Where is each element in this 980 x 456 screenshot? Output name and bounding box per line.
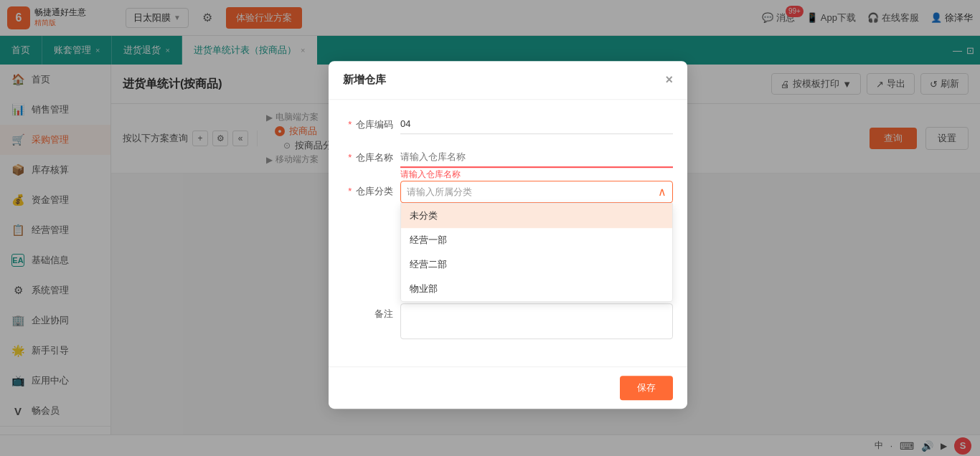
category-field-row: * 仓库分类 请输入所属分类 ∧ 未分类 经营一部 经营二部 物业部 — [343, 181, 673, 203]
name-field-wrapper: 请输入仓库名称 — [400, 147, 673, 168]
save-button[interactable]: 保存 — [620, 376, 673, 400]
name-error-message: 请输入仓库名称 — [400, 168, 461, 181]
name-label: * 仓库名称 — [343, 147, 400, 164]
category-label: * 仓库分类 — [343, 181, 400, 198]
note-field-row: 备注 — [343, 303, 673, 339]
option-dept2[interactable]: 经营二部 — [401, 252, 672, 277]
category-select-display[interactable]: 请输入所属分类 ∧ — [400, 181, 673, 203]
option-property[interactable]: 物业部 — [401, 277, 672, 301]
option-uncategorized[interactable]: 未分类 — [401, 204, 672, 228]
modal-body: * 仓库编码 * 仓库名称 请输入仓库名称 * 仓库分类 请输 — [329, 100, 687, 366]
modal-title: 新增仓库 — [343, 73, 386, 87]
modal-header: 新增仓库 × — [329, 61, 687, 100]
code-label: * 仓库编码 — [343, 114, 400, 131]
modal-close-button[interactable]: × — [665, 72, 673, 87]
modal-footer: 保存 — [329, 366, 687, 409]
note-label: 备注 — [343, 303, 400, 320]
category-placeholder: 请输入所属分类 — [407, 186, 658, 199]
code-field-row: * 仓库编码 — [343, 114, 673, 134]
code-input[interactable] — [400, 114, 673, 134]
chevron-up-icon: ∧ — [658, 185, 666, 199]
name-field-row: * 仓库名称 请输入仓库名称 — [343, 147, 673, 168]
category-field-wrapper: 请输入所属分类 ∧ 未分类 经营一部 经营二部 物业部 — [400, 181, 673, 203]
option-dept1[interactable]: 经营一部 — [401, 228, 672, 252]
category-dropdown: 未分类 经营一部 经营二部 物业部 — [400, 203, 673, 302]
add-warehouse-modal: 新增仓库 × * 仓库编码 * 仓库名称 请输入仓库名称 * — [329, 61, 687, 409]
name-input[interactable] — [400, 147, 673, 168]
note-input[interactable] — [400, 303, 673, 339]
